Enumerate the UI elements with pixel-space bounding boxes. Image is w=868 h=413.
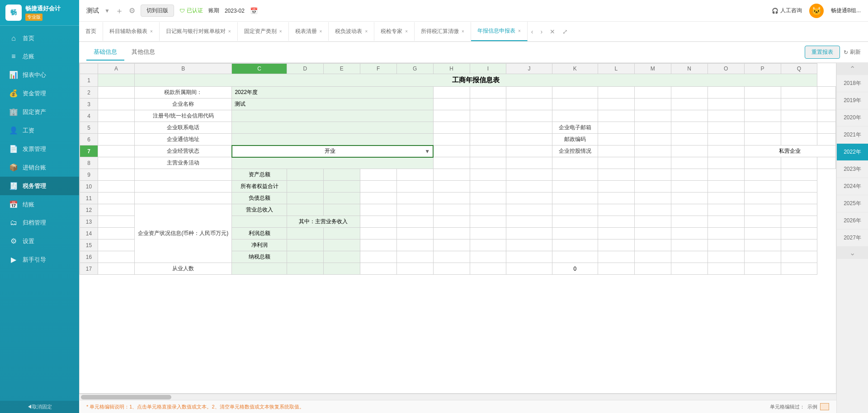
- cell-15-D[interactable]: [287, 239, 323, 251]
- cell-15-F[interactable]: [360, 239, 396, 251]
- cell-11-A[interactable]: [98, 192, 135, 204]
- cell-10-D[interactable]: [287, 181, 323, 192]
- cell-2-J[interactable]: [552, 87, 598, 99]
- cell-9-J[interactable]: [506, 169, 552, 181]
- cell-10-M[interactable]: [634, 181, 671, 192]
- cell-11-D[interactable]: [287, 192, 323, 204]
- cell-5-K[interactable]: [598, 122, 634, 134]
- cell-5-F[interactable]: [433, 122, 470, 134]
- cell-11-C[interactable]: 负债总额: [232, 192, 287, 204]
- cell-7-F[interactable]: [433, 145, 470, 157]
- cell-4-C[interactable]: [232, 110, 433, 122]
- spreadsheet-container[interactable]: A B C D E F G H I J: [79, 63, 836, 394]
- cell-13-M[interactable]: [634, 216, 671, 228]
- cell-15-C[interactable]: 净利润: [232, 239, 287, 251]
- cell-12-A[interactable]: [98, 204, 135, 216]
- tab-income[interactable]: 所得税汇算清缴 ×: [415, 22, 471, 41]
- cell-8-N[interactable]: [708, 157, 744, 169]
- year-scroll-up-btn[interactable]: ⌃: [837, 63, 868, 75]
- cell-7-K[interactable]: [598, 145, 634, 157]
- cell-1-A[interactable]: [98, 74, 135, 87]
- cell-3-K[interactable]: [598, 99, 634, 110]
- cell-12-P[interactable]: [744, 204, 781, 216]
- cell-6-K[interactable]: [598, 134, 634, 145]
- cell-12-H[interactable]: [433, 204, 470, 216]
- year-2019[interactable]: 2019年: [837, 92, 868, 109]
- cell-3-F[interactable]: [433, 99, 470, 110]
- cell-11-J[interactable]: [506, 192, 552, 204]
- cell-17-H[interactable]: [433, 263, 470, 275]
- cell-8-J[interactable]: [552, 157, 598, 169]
- cell-8-F[interactable]: [433, 157, 470, 169]
- cell-9-N[interactable]: [671, 169, 708, 181]
- cell-2-H[interactable]: [506, 87, 552, 99]
- cell-13-P[interactable]: [744, 216, 781, 228]
- cell-17-J[interactable]: [506, 263, 552, 275]
- sidebar-item-invoice[interactable]: 📄 发票管理: [0, 140, 79, 158]
- cell-15-M[interactable]: [634, 239, 671, 251]
- cell-6-H[interactable]: [506, 134, 552, 145]
- cell-4-J[interactable]: [552, 110, 598, 122]
- cell-16-Q[interactable]: [781, 251, 817, 263]
- cell-13-O[interactable]: [708, 216, 744, 228]
- cell-5-C[interactable]: [232, 122, 433, 134]
- tab-close-all-icon[interactable]: ✕: [546, 28, 559, 35]
- cell-5-N[interactable]: [708, 122, 744, 134]
- cell-2-P[interactable]: [781, 87, 817, 99]
- sidebar-item-report[interactable]: 📊 报表中心: [0, 66, 79, 84]
- cell-14-I[interactable]: [470, 228, 506, 239]
- cell-13-D[interactable]: 其中：主营业务收入: [287, 216, 360, 228]
- cell-15-Q[interactable]: [781, 239, 817, 251]
- cell-6-P[interactable]: [781, 134, 817, 145]
- cell-9-E[interactable]: [323, 169, 360, 181]
- cell-16-A[interactable]: [98, 251, 135, 263]
- cell-12-N[interactable]: [671, 204, 708, 216]
- cell-17-P[interactable]: [744, 263, 781, 275]
- sub-tab-basic[interactable]: 基础信息: [86, 44, 124, 61]
- cell-11-L[interactable]: [598, 192, 634, 204]
- cell-13-J[interactable]: [506, 216, 552, 228]
- cell-17-F[interactable]: [360, 263, 396, 275]
- add-tab-btn[interactable]: ＋: [115, 5, 123, 16]
- cell-11-F[interactable]: [360, 192, 396, 204]
- cell-10-F[interactable]: [360, 181, 396, 192]
- year-2023[interactable]: 2023年: [837, 161, 868, 178]
- cell-5-P[interactable]: [781, 122, 817, 134]
- cell-6-J[interactable]: 邮政编码: [552, 134, 598, 145]
- cell-5-B[interactable]: 企业联系电话: [134, 122, 232, 134]
- collapse-sidebar-btn[interactable]: ◀取消固定: [0, 401, 79, 413]
- cell-9-H[interactable]: [433, 169, 470, 181]
- year-2020[interactable]: 2020年: [837, 109, 868, 127]
- settings-gear-icon[interactable]: ⚙: [129, 6, 135, 15]
- cell-8-B[interactable]: 主营业务活动: [134, 157, 232, 169]
- year-2026[interactable]: 2026年: [837, 212, 868, 230]
- sidebar-item-guide[interactable]: ▶ 新手引导: [0, 250, 79, 269]
- cell-17-Q[interactable]: [781, 263, 817, 275]
- cell-6-C[interactable]: [232, 134, 433, 145]
- sidebar-item-asset[interactable]: 🏢 固定资产: [0, 103, 79, 121]
- cell-10-H[interactable]: [433, 181, 470, 192]
- cell-14-O[interactable]: [708, 228, 744, 239]
- cell-4-F[interactable]: [433, 110, 470, 122]
- cell-17-C[interactable]: [232, 263, 287, 275]
- cell-14-G[interactable]: [396, 228, 433, 239]
- cell-9-Q[interactable]: [781, 169, 817, 181]
- cell-7-C-dropdown[interactable]: 开业 ▼: [232, 145, 433, 157]
- cell-12-C[interactable]: 营业总收入: [232, 204, 287, 216]
- horizontal-scrollbar[interactable]: [79, 394, 836, 400]
- cell-3-H[interactable]: [506, 99, 552, 110]
- cell-12-Q[interactable]: [781, 204, 817, 216]
- cell-11-H[interactable]: [433, 192, 470, 204]
- cell-2-F[interactable]: [433, 87, 470, 99]
- cell-8-A[interactable]: [98, 157, 135, 169]
- cell-16-K[interactable]: [552, 251, 598, 263]
- cell-13-F[interactable]: [360, 216, 396, 228]
- cell-13-C[interactable]: [232, 216, 287, 228]
- sidebar-item-tax[interactable]: 🧾 税务管理: [0, 177, 79, 195]
- cell-11-P[interactable]: [744, 192, 781, 204]
- sidebar-item-fund[interactable]: 💰 资金管理: [0, 84, 79, 103]
- sidebar-item-inventory[interactable]: 📦 进销台账: [0, 158, 79, 177]
- cell-14-C[interactable]: 利润总额: [232, 228, 287, 239]
- cell-10-O[interactable]: [708, 181, 744, 192]
- sidebar-item-archive[interactable]: 🗂 归档管理: [0, 214, 79, 232]
